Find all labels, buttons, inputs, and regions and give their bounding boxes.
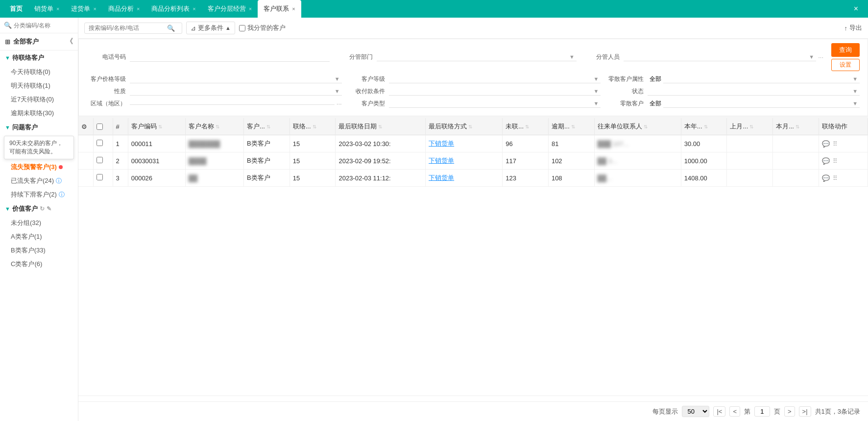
horizontal-scrollbar[interactable] [78,396,868,401]
method-sort-icon[interactable]: ⇅ [468,124,472,129]
th-contact[interactable]: 联络... ⇅ [289,118,336,135]
year-sort-icon[interactable]: ⇅ [704,124,708,129]
chat-icon-1[interactable]: 💬 [822,140,830,148]
tab-purchase[interactable]: 进货单 × [65,0,102,18]
th-code[interactable]: 客户编码 ⇅ [128,118,185,135]
settings-button[interactable]: 设置 [831,59,860,71]
close-purchase-tab[interactable]: × [93,6,96,12]
region-select[interactable] [130,102,335,105]
first-page-btn[interactable]: |< [713,406,725,417]
th-last-contact-method[interactable]: 最后联络方式 ⇅ [426,118,503,135]
filter-search-box[interactable]: 🔍 [84,23,182,34]
close-goods-analysis-tab[interactable]: × [137,6,140,12]
th-type[interactable]: 客户... ⇅ [244,118,290,135]
tab-customer-contact[interactable]: 客户联系 × [258,0,301,18]
name-sort-icon[interactable]: ⇅ [216,124,219,129]
lmonth-sort-icon[interactable]: ⇅ [749,124,753,129]
close-all-btn[interactable]: × [848,4,864,13]
th-last-month[interactable]: 上月... ⇅ [727,118,773,135]
phone-input[interactable] [130,52,330,62]
nature-select[interactable]: ▼ [130,87,342,96]
close-customer-tier-tab[interactable]: × [249,6,252,12]
payment-select[interactable]: ▼ [389,87,601,96]
close-sales-tab[interactable]: × [56,6,59,12]
page-number-input[interactable] [754,406,770,417]
sidebar-item-declining[interactable]: 持续下滑客户(2) ⓘ [0,188,78,201]
cell-action-3[interactable]: 💬 ⠿ [819,170,868,187]
sidebar-item-churn-warning[interactable]: 流失预警客户(3) [0,160,78,174]
date-sort-icon[interactable]: ⇅ [378,124,382,129]
dept-select[interactable]: ▼ [377,53,577,61]
th-checkbox[interactable] [93,118,113,135]
sidebar-group-value[interactable]: ▼ 价值客户 ↻ ✎ [0,201,78,216]
filter-search-button[interactable]: 🔍 [167,25,175,32]
export-button[interactable]: ↑ 导出 [844,24,863,32]
retail-customer-select[interactable]: ▼ [663,99,860,108]
unit-sort-icon[interactable]: ⇅ [644,124,648,129]
close-goods-list-tab[interactable]: × [193,6,195,12]
tab-sales[interactable]: 销货单 × [28,0,65,18]
sidebar-item-overdue-pending[interactable]: 逾期未联络(30) [0,106,78,120]
next-page-btn[interactable]: > [784,406,795,417]
select-all-checkbox[interactable] [96,124,103,130]
cell-checkbox-1[interactable] [93,135,113,152]
action-icons-3[interactable]: 💬 ⠿ [822,174,865,182]
refresh-icon[interactable]: ↻ [40,205,45,212]
filter-more-conditions[interactable]: ⊿ 更多条件 ▲ [186,22,235,34]
row-checkbox-2[interactable] [96,157,103,163]
sidebar-item-7days-pending[interactable]: 近7天待联络(0) [0,93,78,106]
uncontacted-sort-icon[interactable]: ⇅ [525,124,529,129]
person-select[interactable]: ▼ [624,53,816,61]
customer-grade-select[interactable]: ▼ [389,75,601,83]
sidebar-item-churned[interactable]: 已流失客户(24) ⓘ [0,174,78,188]
tab-home[interactable]: 首页 [4,0,28,18]
sidebar-item-class-a[interactable]: A类客户(1) [0,230,78,244]
cell-action-2[interactable]: 💬 ⠿ [819,152,868,170]
sidebar-item-class-c[interactable]: C类客户(6) [0,257,78,271]
my-customers-checkbox[interactable] [239,25,245,31]
cell-checkbox-3[interactable] [93,170,113,187]
more-icon-1[interactable]: ⠿ [833,140,838,148]
th-overdue[interactable]: 逾期... ⇅ [548,118,594,135]
tab-customer-tier[interactable]: 客户分层经营 × [202,0,258,18]
th-unit-contact[interactable]: 往来单位联系人 ⇅ [594,118,681,135]
last-page-btn[interactable]: >| [799,406,811,417]
filter-search-input[interactable] [89,25,167,31]
tmonth-sort-icon[interactable]: ⇅ [796,124,799,129]
th-this-month[interactable]: 本月... ⇅ [773,118,819,135]
sidebar-item-tomorrow-pending[interactable]: 明天待联络(1) [0,79,78,93]
more-icon-2[interactable]: ⠿ [833,157,838,165]
sidebar-item-class-b[interactable]: B类客户(33) [0,244,78,257]
collapse-icon[interactable]: 《 [66,37,73,46]
sidebar-group-problem[interactable]: ▼ 问题客户 [0,120,78,135]
more-icon-3[interactable]: ⠿ [833,174,838,182]
chat-icon-3[interactable]: 💬 [822,174,830,182]
edit-icon[interactable]: ✎ [47,205,51,212]
query-button[interactable]: 查询 [831,43,860,57]
overdue-sort-icon[interactable]: ⇅ [571,124,575,129]
sidebar-group-pending[interactable]: ▼ 待联络客户 [0,50,78,65]
action-icons-1[interactable]: 💬 ⠿ [822,140,865,148]
th-gear[interactable]: ⚙ [78,118,93,135]
retail-attr-select[interactable]: ▼ [663,75,860,83]
tab-goods-analysis[interactable]: 商品分析 × [102,0,145,18]
cell-checkbox-2[interactable] [93,152,113,170]
customer-type-select[interactable]: ▼ [389,99,601,108]
contact-sort-icon[interactable]: ⇅ [313,124,316,129]
type-sort-icon[interactable]: ⇅ [266,124,270,129]
cell-method-2[interactable]: 下销货单 [426,152,503,170]
th-this-year[interactable]: 本年... ⇅ [681,118,727,135]
status-select[interactable]: ▼ [648,87,860,96]
sidebar-item-today-pending[interactable]: 今天待联络(0) [0,65,78,79]
cell-method-1[interactable]: 下销货单 [426,135,503,152]
person-dots[interactable]: ··· [818,53,823,61]
th-last-contact-date[interactable]: 最后联络日期 ⇅ [336,118,426,135]
code-sort-icon[interactable]: ⇅ [158,124,162,129]
my-customers-checkbox-area[interactable]: 我分管的客户 [239,24,286,32]
sidebar-all-customers[interactable]: ⊞ 全部客户 《 [0,33,78,50]
region-dots[interactable]: ··· [337,100,342,107]
prev-page-btn[interactable]: < [729,406,740,417]
cell-action-1[interactable]: 💬 ⠿ [819,135,868,152]
page-size-select[interactable]: 50 100 200 [682,406,709,417]
sidebar-item-unclassified[interactable]: 未分组(32) [0,216,78,230]
